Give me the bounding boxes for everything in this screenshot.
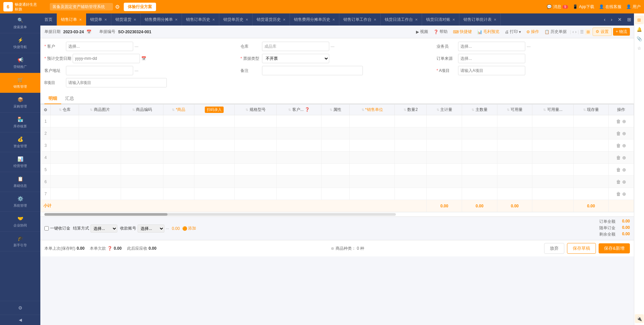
system-selector[interactable]: 装备及固定资产辅助管理系统 — [50, 3, 113, 10]
sidebar-item-basic[interactable]: 📋 基础信息 — [0, 172, 40, 192]
row-copy-3[interactable]: ⊕ — [622, 143, 626, 148]
one-click-checkbox[interactable] — [44, 226, 49, 231]
calendar-icon[interactable]: 📅 — [86, 30, 91, 34]
col-config[interactable]: ⚙ — [41, 105, 51, 115]
tab-close-sales-refund[interactable]: ✕ — [134, 18, 136, 22]
add-payment-btn[interactable]: 🟠 添加 — [182, 226, 196, 231]
history-btn[interactable]: 📋 历史单据 — [542, 28, 569, 35]
tab-close-sales-expense-split[interactable]: ✕ — [175, 18, 178, 22]
tab-detail[interactable]: 明细 — [44, 93, 61, 104]
right-panel-icon-grid[interactable]: ⊞ — [635, 15, 644, 24]
tab-close-sales-order-stats[interactable]: ✕ — [494, 18, 496, 22]
tab-cash-daily-workbench[interactable]: 钱货日清工作台✕ — [381, 13, 422, 26]
right-panel-icon-bell[interactable]: 🔔 — [635, 25, 644, 34]
tab-sales-order-history[interactable]: 销售订单历史✕ — [182, 13, 219, 26]
salesperson-input[interactable] — [458, 42, 525, 51]
sidebar-item-system[interactable]: ⚙️ 系统管理 — [0, 192, 40, 212]
print-btn[interactable]: 🖨 打印 ▾ — [503, 28, 523, 35]
scan-btn[interactable]: 扫码录入 — [205, 107, 224, 113]
profit-btn[interactable]: 📊 毛利预览 — [475, 28, 501, 35]
tab-sales-return-history[interactable]: 销贷单历史✕ — [219, 13, 253, 26]
operation-btn[interactable]: ⚙ 操作 — [524, 28, 541, 35]
next-page-icon[interactable]: › — [575, 30, 576, 34]
warehouse-more-btn[interactable]: ··· — [331, 44, 335, 49]
tab-sales-expense-split[interactable]: 销售费用分摊单✕ — [141, 13, 182, 26]
prev-page-icon[interactable]: ‹ — [572, 30, 574, 34]
help-btn[interactable]: ❓ 帮助 — [431, 28, 450, 35]
tab-close-cash-daily-workbench[interactable]: ✕ — [415, 18, 418, 22]
row-delete-5[interactable]: 🗑 — [616, 167, 621, 172]
row-delete-6[interactable]: 🗑 — [616, 179, 621, 185]
payment-select[interactable]: 选择... — [90, 225, 117, 233]
message-btn[interactable]: 💬 消息 9 — [547, 4, 568, 10]
app-download-btn[interactable]: 📱 App下载 — [573, 4, 594, 10]
salesperson-more-btn[interactable]: ··· — [527, 44, 531, 49]
customer-more-btn[interactable]: ··· — [135, 44, 139, 49]
row-copy-5[interactable]: ⊕ — [622, 167, 626, 172]
tab-close-cash-daily-reconcile[interactable]: ✕ — [452, 18, 455, 22]
row-delete-4[interactable]: 🗑 — [616, 155, 621, 160]
sidebar-item-enterprise[interactable]: 🤝 企业协同 — [0, 212, 40, 232]
view-btn[interactable]: ▶ 视频 — [414, 28, 430, 35]
a-project-input[interactable] — [458, 66, 525, 75]
tab-sales-order-workbench[interactable]: 销售订单工作台✕ — [339, 13, 381, 26]
user-btn[interactable]: 👤 用户 — [626, 4, 641, 10]
tab-close-sales-return-history[interactable]: ✕ — [245, 18, 248, 22]
save-new-btn[interactable]: 保存&新增 — [599, 243, 630, 253]
col-scan[interactable]: 扫码录入 — [194, 105, 234, 115]
tab-cash-daily-reconcile[interactable]: 钱货日清对账✕ — [422, 13, 459, 26]
order-source-input[interactable] — [458, 54, 525, 63]
row-copy-2[interactable]: ⊕ — [622, 131, 626, 136]
grid-view-icon[interactable]: ⊞ — [585, 29, 591, 35]
tab-summary[interactable]: 汇总 — [61, 93, 78, 104]
date-picker-icon[interactable]: 📅 — [141, 56, 146, 61]
address-more-btn[interactable]: ··· — [135, 68, 139, 73]
tab-close-sales-expense-history[interactable]: ✕ — [332, 18, 335, 22]
sidebar-item-purchase[interactable]: 📦 采购管理 — [0, 93, 40, 113]
sidebar-item-finance[interactable]: 💰 资金管理 — [0, 132, 40, 152]
save-draft-btn[interactable]: 保存草稿 — [567, 243, 596, 254]
tab-sales-order[interactable]: 销售订单✕ — [57, 13, 86, 26]
tab-close-sales-return[interactable]: ✕ — [104, 18, 107, 22]
industry-btn[interactable]: 体验行业方案 — [124, 3, 156, 11]
sidebar-item-newbie[interactable]: 🎓 新手引导 — [0, 232, 40, 251]
sidebar-item-sales[interactable]: 🛒 销售管理 — [0, 73, 40, 93]
customer-input[interactable] — [66, 42, 133, 51]
sidebar-item-settings[interactable]: ⚙ — [0, 301, 40, 315]
row-delete-1[interactable]: 🗑 — [616, 119, 621, 124]
tab-close-sales-order-workbench[interactable]: ✕ — [374, 18, 376, 22]
one-click-label[interactable]: 一键收订金 — [44, 226, 70, 231]
right-panel-icon-star[interactable]: ☆ — [635, 44, 644, 52]
tab-close-sales-refund-history[interactable]: ✕ — [283, 18, 286, 22]
tab-sales-expense-history[interactable]: 销售费用分摊单历史✕ — [290, 13, 339, 26]
tab-sales-return[interactable]: 销贷单✕ — [86, 13, 111, 26]
sidebar-item-search[interactable]: 🔍 搜索菜单 — [0, 13, 40, 33]
tab-next-btn[interactable]: › — [608, 13, 615, 26]
warehouse-input[interactable] — [262, 42, 329, 51]
row-copy-6[interactable]: ⊕ — [622, 179, 626, 185]
online-service-btn[interactable]: 👤 在线客服 — [599, 4, 621, 10]
tab-sales-refund-history[interactable]: 销货退货历史✕ — [253, 13, 290, 26]
shortcut-btn[interactable]: ⌨ 快捷键 — [451, 28, 474, 35]
list-view-icon[interactable]: ☰ — [580, 30, 584, 34]
account-select[interactable]: 选择... — [138, 225, 164, 233]
tab-close-btn[interactable]: ✕ — [615, 13, 624, 26]
setting-btn[interactable]: ⚙ 设置 — [593, 28, 611, 36]
invoice-type-select[interactable]: 不开票 专用发票 普通发票 — [262, 54, 329, 63]
add-logistics-btn[interactable]: + 物流 — [613, 28, 630, 36]
right-panel-icon-attach[interactable]: 📎 — [635, 34, 644, 43]
b-project-input[interactable] — [66, 78, 167, 87]
right-panel-icon-plugin[interactable]: 🔌 — [635, 314, 644, 323]
sidebar-collapse-btn[interactable]: ◀ — [0, 315, 40, 325]
tab-close-sales-order-history[interactable]: ✕ — [212, 18, 215, 22]
remarks-input[interactable] — [262, 66, 363, 75]
address-input[interactable] — [66, 66, 133, 75]
row-copy-1[interactable]: ⊕ — [622, 119, 626, 124]
delivery-date-input[interactable] — [73, 54, 140, 63]
sidebar-item-inventory[interactable]: 🏪 库存核算 — [0, 113, 40, 132]
row-delete-3[interactable]: 🗑 — [616, 143, 621, 148]
row-delete-7[interactable]: 🗑 — [616, 191, 621, 197]
row-delete-2[interactable]: 🗑 — [616, 131, 621, 136]
sidebar-item-marketing[interactable]: 📢 营销推广 — [0, 53, 40, 73]
account-more-btn[interactable]: ··· — [166, 226, 169, 231]
